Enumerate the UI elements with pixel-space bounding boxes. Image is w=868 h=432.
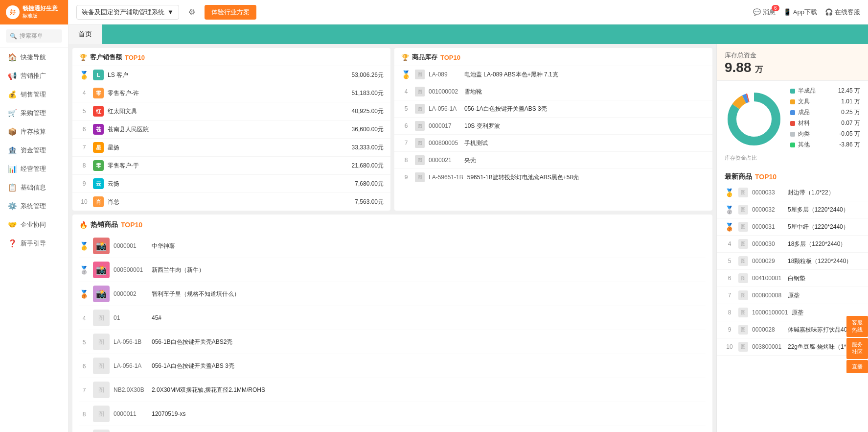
new-product-name: 18颗粒板（1220*2440） — [788, 257, 860, 265]
product-name: 056-1B白色按键开关壳ABS2壳 — [152, 338, 706, 346]
chart-container: 半成品 12.45 万 文具 1.01 万 成品 0.25 万 材料 0.07 … — [725, 87, 860, 151]
new-product-thumbnail: 图 — [738, 308, 748, 317]
new-product-thumbnail: 图 — [738, 342, 748, 352]
legend-name: 成品 — [798, 108, 838, 117]
inventory-amount-value: 9.88 万 — [725, 60, 763, 75]
svg-point-4 — [737, 102, 771, 136]
logo-subtitle: 标准版 — [23, 13, 58, 20]
sidebar-item-sales[interactable]: 💰 销售管理 — [0, 85, 68, 104]
rank-indicator: 🥉 — [725, 222, 734, 232]
product-thumbnail-placeholder: 图 — [93, 430, 110, 432]
inventory-product-rows: 🥇 图 LA-089 电池盖 LA-089 ABS本色+黑种 7.1克 4 图 … — [394, 66, 712, 186]
product-code: LA-089 — [429, 71, 460, 78]
legend-name: 材料 — [798, 119, 838, 127]
new-product-code: 004100001 — [752, 275, 784, 282]
customer-top10-label: 客户销售额 — [90, 53, 122, 62]
list-item: 🥇 📸 0000001 中华神薯 — [79, 234, 706, 258]
tab-home[interactable]: 首页 — [69, 24, 102, 44]
trial-button[interactable]: 体验行业方案 — [205, 5, 256, 20]
new-product-code: 10000100001 — [752, 309, 788, 316]
product-code: 001000002 — [429, 88, 460, 95]
cooperation-icon: 🤝 — [8, 220, 17, 229]
tab-home-label: 首页 — [78, 30, 92, 39]
customer-name: 苍南县人民医院 — [108, 125, 348, 134]
online-service-button[interactable]: 🎧 在线客服 — [825, 8, 860, 17]
trophy2-icon: 🏆 — [401, 54, 409, 61]
product-img-placeholder: 图 — [415, 87, 425, 96]
app-download-button[interactable]: 📱 App下载 — [783, 8, 817, 17]
list-item: 10 图 003800001 22g鱼豆腐-烧烤味（1*12*20） — [717, 338, 868, 356]
sidebar-item-finance[interactable]: 🏦 资金管理 — [0, 141, 68, 160]
rank-indicator: 7 — [725, 292, 734, 299]
sidebar-item-guide[interactable]: ❓ 新手引导 — [0, 234, 68, 253]
customer-value: 21,680.00元 — [352, 162, 384, 170]
new-product-thumbnail: 图 — [738, 239, 748, 249]
sidebar-search-area[interactable]: 🔍 搜索菜单 — [0, 24, 68, 48]
customer-service-btn[interactable]: 客服热线 — [846, 316, 868, 337]
customer-avatar: 红 — [93, 106, 104, 117]
sidebar-item-marketing[interactable]: 📢 营销推广 — [0, 67, 68, 85]
messages-button[interactable]: 💬 消息 6 — [753, 8, 776, 17]
product-img-placeholder: 图 — [415, 138, 425, 148]
new-products-section: 最新商品 TOP10 🥇 图 0000033 封边带（1.0*22） 🥈 图 0… — [717, 168, 868, 356]
settings-button[interactable]: ⚙ — [184, 4, 200, 20]
new-product-code: 0000031 — [752, 223, 784, 230]
fire-icon: 🔥 — [79, 221, 88, 229]
customer-avatar: 肖 — [93, 196, 104, 207]
product-name: 中华神薯 — [152, 242, 706, 250]
sidebar-item-system[interactable]: ⚙️ 系统管理 — [0, 197, 68, 216]
operations-icon: 📊 — [8, 165, 17, 173]
product-thumbnail-placeholder: 图 — [93, 382, 110, 398]
sidebar-item-basic-info[interactable]: 📋 基础信息 — [0, 178, 68, 197]
sidebar-item-operations[interactable]: 📊 经营管理 — [0, 160, 68, 178]
main-area: 装备及固定资产辅助管理系统 ▼ ⚙ 体验行业方案 💬 消息 6 📱 App下载 … — [69, 0, 868, 432]
sidebar-item-quick-nav[interactable]: 🏠 快捷导航 — [0, 48, 68, 67]
customer-value: 33,333.00元 — [352, 144, 384, 152]
new-product-thumbnail: 图 — [738, 256, 748, 266]
product-name: 59651-1B旋转投影灯电池盒ABS黑色+58壳 — [467, 173, 706, 182]
sidebar-item-operations-label: 经营管理 — [21, 165, 46, 173]
legend-name: 肉类 — [798, 130, 836, 138]
rank-indicator: 4 — [401, 88, 411, 95]
system-select[interactable]: 装备及固定资产辅助管理系统 ▼ — [76, 5, 179, 20]
live-btn[interactable]: 直播 — [846, 360, 868, 373]
legend-name: 其他 — [798, 141, 836, 149]
customer-rows: 🥇 L LS 客户 53,006.26元 4 零 零售客户-许 51,183.0… — [72, 66, 390, 211]
list-item: 🥉 📸 0000002 智利车子里（规格不知道填什么） — [79, 282, 706, 306]
product-thumbnail-placeholder: 图 — [93, 310, 110, 326]
sidebar-item-purchase-label: 采购管理 — [21, 109, 46, 118]
product-code: 000800005 — [429, 140, 460, 146]
legend-item: 其他 -3.86 万 — [790, 141, 860, 149]
new-product-code: 000800008 — [752, 292, 784, 299]
rank-indicator: 4 — [79, 314, 89, 322]
rank-indicator: 7 — [79, 386, 89, 394]
product-name: 45# — [152, 314, 706, 321]
customer-avatar: 零 — [93, 88, 104, 98]
service-community-btn[interactable]: 服务社区 — [846, 338, 868, 359]
customer-name: 零售客户-于 — [108, 162, 348, 170]
sidebar-item-purchase[interactable]: 🛒 采购管理 — [0, 104, 68, 122]
product-thumbnail: 📸 — [93, 238, 110, 254]
rank-indicator: 5 — [79, 108, 89, 115]
new-product-code: 0000030 — [752, 240, 784, 247]
table-row: 10 肖 肖总 7,563.00元 — [72, 192, 390, 211]
legend-value: 0.07 万 — [841, 119, 860, 127]
table-row: 7 星 星扬 33,333.00元 — [72, 138, 390, 156]
legend-color — [790, 121, 795, 126]
customer-value: 36,600.00元 — [352, 125, 384, 134]
message-icon: 💬 — [753, 8, 761, 16]
new-product-code: 0000028 — [752, 326, 784, 333]
new-product-code: 0000029 — [752, 258, 784, 264]
list-item: 6 图 004100001 白钢垫 — [717, 270, 868, 287]
sidebar-item-cooperation[interactable]: 🤝 企业协同 — [0, 216, 68, 234]
customer-avatar: 苍 — [93, 124, 104, 135]
sidebar: 好 畅捷通好生意 标准版 🔍 搜索菜单 🏠 快捷导航 📢 营销推广 💰 销售管理… — [0, 0, 69, 432]
product-name: 夹壳 — [464, 156, 706, 165]
search-menu-btn[interactable]: 🔍 搜索菜单 — [6, 29, 62, 43]
header: 装备及固定资产辅助管理系统 ▼ ⚙ 体验行业方案 💬 消息 6 📱 App下载 … — [69, 0, 868, 24]
rank-indicator: 5 — [725, 258, 734, 264]
sidebar-item-inventory[interactable]: 📦 库存核算 — [0, 122, 68, 141]
rank-indicator: 🥇 — [79, 71, 89, 80]
inventory-amount-number: 9.88 — [725, 60, 752, 75]
rank-indicator: 7 — [79, 144, 89, 151]
